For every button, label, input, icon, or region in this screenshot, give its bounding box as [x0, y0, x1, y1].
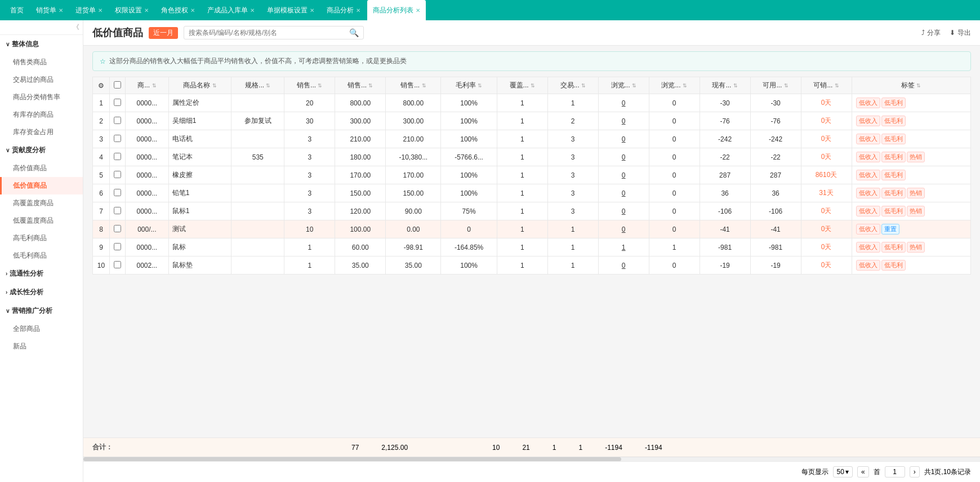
nav-home[interactable]: 首页 [5, 0, 29, 20]
nav-purchase[interactable]: 进货单 ✕ [70, 0, 108, 20]
nav-analysis-close[interactable]: ✕ [356, 7, 360, 14]
sidebar-item-traded-products[interactable]: 交易过的商品 [0, 71, 83, 89]
nav-sales[interactable]: 销货单 ✕ [30, 0, 69, 20]
td-check[interactable] [110, 202, 126, 220]
nav-template[interactable]: 单据模板设置 ✕ [261, 0, 320, 20]
sidebar-item-category-sales[interactable]: 商品分类销售率 [0, 89, 83, 106]
nav-permission-close[interactable]: ✕ [144, 7, 149, 14]
nav-analysis-list-close[interactable]: ✕ [416, 7, 420, 14]
sidebar-item-stock-fund[interactable]: 库存资金占用 [0, 123, 83, 141]
td-check[interactable] [110, 184, 126, 202]
th-stock1[interactable]: 现有... ⇅ [700, 77, 750, 94]
page-first-btn[interactable]: « [857, 466, 869, 477]
nav-analysis[interactable]: 商品分析 ✕ [321, 0, 366, 20]
table-row[interactable]: 9 0000... 鼠标 1 60.00 -98.91 -164.85% 1 1… [93, 238, 971, 257]
th-tags[interactable]: 标签 ⇅ [852, 77, 970, 94]
td-check[interactable] [110, 112, 126, 130]
nav-analysis-list[interactable]: 商品分析列表 ✕ [367, 0, 426, 20]
table-row[interactable]: 4 0000... 笔记本 535 3 180.00 -10,380... -5… [93, 148, 971, 166]
sidebar-item-low-coverage[interactable]: 低覆盖度商品 [0, 212, 83, 229]
period-tag[interactable]: 近一月 [149, 27, 178, 39]
nav-warehouse-close[interactable]: ✕ [250, 7, 255, 14]
share-button[interactable]: ⤴ 分享 [921, 28, 941, 38]
td-browse1[interactable]: 0 [598, 220, 649, 238]
th-name[interactable]: 商品名称 ⇅ [168, 77, 231, 94]
page-size-selector[interactable]: 50 ▾ [833, 466, 853, 477]
table-row[interactable]: 1 0000... 属性定价 20 800.00 800.00 100% 1 1… [93, 94, 971, 112]
td-browse1[interactable]: 0 [598, 184, 649, 202]
search-input[interactable] [189, 29, 346, 37]
th-sales1[interactable]: 销售... ⇅ [284, 77, 335, 94]
sidebar-group-growth[interactable]: › 成长性分析 [0, 283, 83, 302]
sidebar-group-contribution[interactable]: ∨ 贡献度分析 [0, 141, 83, 160]
row-checkbox[interactable] [114, 207, 121, 214]
sidebar-group-circulation[interactable]: › 流通性分析 [0, 264, 83, 283]
td-browse1[interactable]: 0 [598, 112, 649, 130]
th-sales2[interactable]: 销售... ⇅ [335, 77, 386, 94]
nav-sales-close[interactable]: ✕ [59, 7, 63, 14]
table-row[interactable]: 6 0000... 铅笔1 3 150.00 150.00 100% 1 3 0… [93, 184, 971, 202]
th-browse1[interactable]: 浏览... ⇅ [598, 77, 649, 94]
row-checkbox[interactable] [114, 225, 121, 232]
browse1-link[interactable]: 0 [622, 262, 626, 269]
td-browse1[interactable]: 0 [598, 202, 649, 220]
sidebar-item-high-margin[interactable]: 高毛利商品 [0, 229, 83, 247]
td-check[interactable] [110, 148, 126, 166]
sidebar-item-new-products[interactable]: 新品 [0, 338, 83, 355]
row-checkbox[interactable] [114, 135, 121, 142]
browse1-link[interactable]: 0 [622, 117, 626, 125]
page-next-btn[interactable]: › [910, 466, 920, 477]
row-checkbox[interactable] [114, 117, 121, 124]
browse1-link[interactable]: 0 [622, 189, 626, 197]
th-margin[interactable]: 毛利率 ⇅ [441, 77, 497, 94]
nav-role-close[interactable]: ✕ [190, 7, 195, 14]
td-browse1[interactable]: 0 [598, 148, 649, 166]
browse1-link[interactable]: 0 [622, 207, 626, 215]
th-cover[interactable]: 覆盖... ⇅ [497, 77, 547, 94]
table-row[interactable]: 7 0000... 鼠标1 3 120.00 90.00 75% 1 3 0 0… [93, 202, 971, 220]
search-box[interactable]: 🔍 [184, 26, 364, 39]
td-browse1[interactable]: 0 [598, 94, 649, 112]
th-days[interactable]: 可销... ⇅ [801, 77, 852, 94]
table-row[interactable]: 3 0000... 电话机 3 210.00 210.00 100% 1 3 0… [93, 130, 971, 148]
browse1-link[interactable]: 0 [622, 171, 626, 179]
th-spec[interactable]: 规格... ⇅ [231, 77, 284, 94]
table-row[interactable]: 8 000/... 测试 10 100.00 0.00 0 1 1 0 0 -4… [93, 220, 971, 238]
table-row[interactable]: 10 0002... 鼠标垫 1 35.00 35.00 100% 1 1 0 … [93, 257, 971, 275]
td-check[interactable] [110, 130, 126, 148]
sidebar-item-high-value[interactable]: 高价值商品 [0, 160, 83, 177]
td-browse1[interactable]: 0 [598, 166, 649, 184]
th-check[interactable] [110, 77, 126, 94]
row-checkbox[interactable] [114, 99, 121, 106]
th-sales3[interactable]: 销售... ⇅ [386, 77, 441, 94]
row-checkbox[interactable] [114, 261, 121, 268]
td-check[interactable] [110, 166, 126, 184]
th-trans[interactable]: 交易... ⇅ [547, 77, 598, 94]
nav-permission[interactable]: 权限设置 ✕ [109, 0, 154, 20]
td-browse1[interactable]: 0 [598, 130, 649, 148]
sidebar-group-marketing[interactable]: ∨ 营销推广分析 [0, 302, 83, 320]
sidebar-item-high-coverage[interactable]: 高覆盖度商品 [0, 194, 83, 212]
browse1-link[interactable]: 0 [622, 225, 626, 233]
td-check[interactable] [110, 257, 126, 275]
browse1-link[interactable]: 0 [622, 99, 626, 107]
nav-role[interactable]: 角色授权 ✕ [155, 0, 201, 20]
table-container[interactable]: ⚙ 商... ⇅ 商品名称 ⇅ 规格... ⇅ 销售... ⇅ 销售... ⇅ … [83, 71, 980, 437]
row-checkbox[interactable] [114, 189, 121, 196]
sidebar-item-stocked-products[interactable]: 有库存的商品 [0, 106, 83, 123]
nav-warehouse[interactable]: 产成品入库单 ✕ [202, 0, 260, 20]
td-browse1[interactable]: 1 [598, 238, 649, 257]
sidebar-item-low-value[interactable]: 低价值商品 [0, 177, 83, 194]
table-row[interactable]: 2 0000... 吴细细1 参加复试 30 300.00 300.00 100… [93, 112, 971, 130]
row-checkbox[interactable] [114, 171, 121, 178]
nav-template-close[interactable]: ✕ [310, 7, 314, 14]
nav-purchase-close[interactable]: ✕ [98, 7, 103, 14]
td-check[interactable] [110, 238, 126, 257]
browse1-link[interactable]: 0 [622, 135, 626, 143]
th-browse2[interactable]: 浏览... ⇅ [649, 77, 700, 94]
sidebar-item-all-products[interactable]: 全部商品 [0, 320, 83, 338]
sidebar-item-low-margin[interactable]: 低毛利商品 [0, 247, 83, 264]
td-browse1[interactable]: 0 [598, 257, 649, 275]
sidebar-item-sales-products[interactable]: 销售类商品 [0, 54, 83, 71]
table-row[interactable]: 5 0000... 橡皮擦 3 170.00 170.00 100% 1 3 0… [93, 166, 971, 184]
